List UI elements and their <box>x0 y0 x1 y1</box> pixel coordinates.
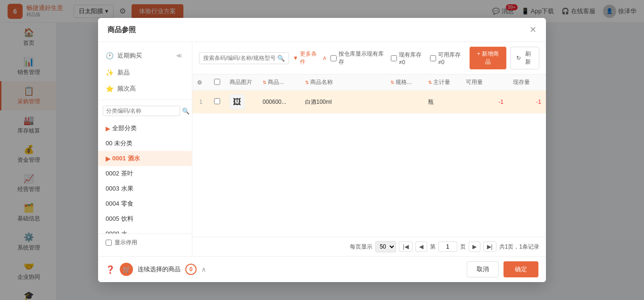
star-icon: ⭐ <box>106 85 114 92</box>
category-item-beverage[interactable]: 0005 饮料 <box>98 211 192 226</box>
available-stock-checkbox-label[interactable]: 可用库存≠0 <box>430 51 465 66</box>
sort-icon-code: ⇅ <box>263 80 266 85</box>
row-stock-cell: -1 <box>508 91 546 114</box>
category-list: ▶ 全部分类 00 未分类 ▶ 0001 酒水 0002 茶 <box>98 119 192 233</box>
help-icon[interactable]: ❓ <box>106 265 115 274</box>
row-num: 1 <box>192 91 209 114</box>
prev-page-button[interactable]: ◀ <box>415 242 427 252</box>
row-spec-cell <box>386 91 423 114</box>
product-search-input[interactable] <box>203 55 275 61</box>
refresh-icon: ↻ <box>516 55 521 61</box>
search-icon[interactable]: 🔍 <box>182 108 190 115</box>
col-code[interactable]: ⇅ 商品... <box>258 75 300 91</box>
col-available[interactable]: 可用量 <box>461 75 508 91</box>
col-unit[interactable]: ⇅ 主计量 <box>423 75 461 91</box>
modal-header: 商品参照 ✕ <box>98 23 546 42</box>
new-icon: ✨ <box>106 69 114 76</box>
modal-body: 🕐 近期购买 ≪ ✨ 新品 ⭐ 频次高 <box>98 42 546 256</box>
cart-count: 0 <box>185 264 197 275</box>
product-table: ⚙ 商品图片 ⇅ 商品... ⇅ 商品名称 <box>192 75 546 114</box>
collapse-left-button[interactable]: ≪ <box>174 50 184 61</box>
add-product-button[interactable]: + 新增商品 <box>470 47 507 69</box>
category-search-input[interactable] <box>103 106 180 116</box>
filter-icon: ▼ <box>293 55 298 61</box>
product-reference-modal: 商品参照 ✕ 🕐 近期购买 ≪ ✨ <box>98 23 546 282</box>
modal-right-panel: 🔍 ▼ 更多条件 ∧ 按仓库显示现有库存 <box>192 42 546 256</box>
main-layout: 🏠 首页 📊 销售管理 📋 采购管理 🏭 库存核算 💰 资金管理 📈 经营管理 … <box>0 23 644 300</box>
expand-arrow-icon: ▶ <box>106 125 110 132</box>
collapse-footer-button[interactable]: ∧ <box>201 266 206 273</box>
product-image: 🖼 <box>230 94 245 109</box>
refresh-button[interactable]: ↻ 刷新 <box>510 47 539 69</box>
col-stock[interactable]: 现存量 <box>508 75 546 91</box>
left-footer: 显示停用 <box>98 233 192 251</box>
col-settings[interactable]: ⚙ <box>192 75 209 91</box>
category-item-snack[interactable]: 0004 零食 <box>98 196 192 211</box>
content-area: 商品参照 ✕ 🕐 近期购买 ≪ ✨ <box>57 23 644 300</box>
last-page-button[interactable]: ▶| <box>483 242 496 252</box>
table-row[interactable]: 1 🖼 000600... 白酒100ml <box>192 91 546 114</box>
sort-icon-unit: ⇅ <box>428 80 432 85</box>
current-stock-checkbox-label[interactable]: 现有库存≠0 <box>391 51 426 66</box>
recent-purchase-nav[interactable]: 🕐 近期购买 ≪ <box>98 47 192 65</box>
chevron-up-icon: ∧ <box>322 55 327 61</box>
first-page-button[interactable]: |◀ <box>399 242 412 252</box>
modal-toolbar: 🔍 ▼ 更多条件 ∧ 按仓库显示现有库存 <box>192 42 546 75</box>
category-search: 🔍 <box>98 103 192 119</box>
row-name-cell: 白酒100ml <box>300 91 386 114</box>
search-icon[interactable]: 🔍 <box>277 55 285 62</box>
col-image: 商品图片 <box>225 75 258 91</box>
row-code-cell: 000600... <box>258 91 300 114</box>
active-arrow-icon: ▶ <box>106 155 110 162</box>
product-table-container: ⚙ 商品图片 ⇅ 商品... ⇅ 商品名称 <box>192 75 546 237</box>
select-all-checkbox[interactable] <box>214 79 220 85</box>
frequent-nav[interactable]: ⭐ 频次高 <box>98 81 192 97</box>
category-item-uncategorized[interactable]: 00 未分类 <box>98 136 192 151</box>
show-disabled-checkbox[interactable] <box>106 240 112 246</box>
toolbar-right: + 新增商品 ↻ 刷新 <box>470 47 539 69</box>
available-stock-checkbox[interactable] <box>430 55 436 61</box>
sort-icon-name: ⇅ <box>305 80 309 85</box>
per-page-select[interactable]: 50 <box>375 241 396 252</box>
row-checkbox-cell <box>209 91 225 114</box>
modal-close-button[interactable]: ✕ <box>529 25 537 35</box>
row-unit-cell: 瓶 <box>423 91 461 114</box>
row-image-cell: 🖼 <box>225 91 258 114</box>
category-item-fruit[interactable]: 0003 水果 <box>98 181 192 196</box>
row-available-cell: -1 <box>461 91 508 114</box>
category-item-tea[interactable]: 0002 茶叶 <box>98 166 192 181</box>
filter-button[interactable]: ▼ 更多条件 ∧ <box>293 50 327 66</box>
warehouse-stock-checkbox[interactable] <box>330 55 337 61</box>
cancel-button[interactable]: 取消 <box>467 261 499 277</box>
confirm-button[interactable]: 确定 <box>504 261 538 277</box>
sort-icon-spec: ⇅ <box>390 80 394 85</box>
modal-left-panel: 🕐 近期购买 ≪ ✨ 新品 ⭐ 频次高 <box>98 42 192 256</box>
row-select-checkbox[interactable] <box>214 98 220 104</box>
category-item-all[interactable]: ▶ 全部分类 <box>98 121 192 136</box>
col-spec[interactable]: ⇅ 规格... <box>386 75 423 91</box>
modal-overlay: 商品参照 ✕ 🕐 近期购买 ≪ ✨ <box>57 23 644 300</box>
product-table-body: 1 🖼 000600... 白酒100ml <box>192 91 546 114</box>
table-header-row: ⚙ 商品图片 ⇅ 商品... ⇅ 商品名称 <box>192 75 546 91</box>
left-divider <box>98 100 192 100</box>
next-page-button[interactable]: ▶ <box>469 242 480 252</box>
col-checkbox <box>209 75 225 91</box>
warehouse-stock-checkbox-label[interactable]: 按仓库显示现有库存 <box>330 50 387 66</box>
category-item-water[interactable]: 0008 水 <box>98 226 192 233</box>
page-input[interactable] <box>438 242 457 252</box>
modal-title: 商品参照 <box>107 25 136 34</box>
footer-buttons: 取消 确定 <box>467 261 538 277</box>
pagination: 每页显示 50 |◀ ◀ 第 页 ▶ ▶| 共1页，1条记录 <box>192 237 546 256</box>
current-stock-checkbox[interactable] <box>391 55 397 61</box>
cart-icon: 🛒 <box>120 263 133 276</box>
col-name[interactable]: ⇅ 商品名称 <box>300 75 386 91</box>
product-search-box[interactable]: 🔍 <box>199 52 289 64</box>
modal-footer: ❓ 🛒 连续选择的商品 0 ∧ 取消 确定 <box>98 256 546 282</box>
category-item-liquor[interactable]: ▶ 0001 酒水 <box>98 151 192 166</box>
new-products-nav[interactable]: ✨ 新品 <box>98 65 192 81</box>
clock-icon: 🕐 <box>106 52 114 59</box>
